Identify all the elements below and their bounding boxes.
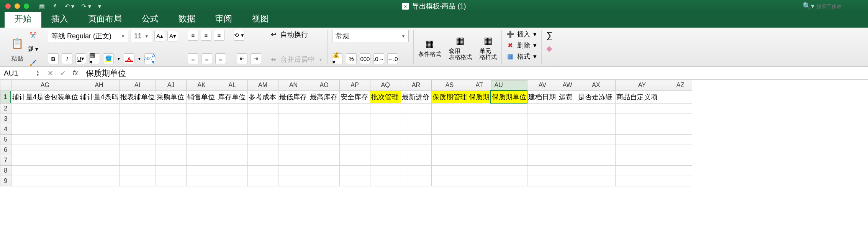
cell[interactable] (247, 145, 278, 155)
align-middle-icon[interactable]: ≡ (201, 30, 211, 41)
save-icon[interactable]: ▤ (39, 3, 45, 10)
row-header[interactable]: 8 (0, 165, 11, 176)
cell[interactable] (527, 103, 558, 114)
currency-icon[interactable]: 💰▾ (332, 53, 343, 64)
align-center-icon[interactable]: ≡ (201, 53, 212, 64)
spreadsheet-grid[interactable]: AGAHAIAJAKALAMANAOAPAQARASATAUAVAWAXAYAZ… (0, 80, 868, 186)
cell[interactable] (669, 134, 692, 145)
cell[interactable]: 安全库存 (339, 91, 370, 103)
cell[interactable] (558, 134, 577, 145)
cell[interactable] (186, 124, 217, 134)
orientation-icon[interactable]: ⟲ ▾ (234, 30, 244, 41)
namebox-down-icon[interactable]: ▼ (36, 73, 39, 77)
name-box[interactable]: AU1 ▲▼ (0, 67, 42, 79)
cell[interactable] (247, 114, 278, 124)
cell[interactable] (615, 134, 669, 145)
cell[interactable] (669, 103, 692, 114)
cell[interactable] (156, 134, 186, 145)
redo-icon[interactable]: ↷ ▾ (81, 3, 91, 10)
decrease-font-icon[interactable]: A▾ (167, 31, 178, 41)
cell[interactable] (431, 176, 468, 186)
cell[interactable] (156, 124, 186, 134)
cell[interactable] (615, 124, 669, 134)
phonetic-button[interactable]: abcA ▾ (144, 53, 155, 64)
cell[interactable] (309, 165, 339, 176)
merge-label[interactable]: 合并后居中 (280, 55, 315, 64)
font-name-select[interactable]: 等线 Regular (正文)▼ (48, 30, 128, 42)
border-button[interactable]: ▦ ▾ (89, 53, 100, 64)
cell[interactable] (79, 124, 119, 134)
cell[interactable] (11, 103, 79, 114)
cell[interactable] (186, 155, 217, 165)
cell[interactable] (339, 103, 370, 114)
cell[interactable] (247, 124, 278, 134)
row-header[interactable]: 1 (0, 91, 11, 103)
cell[interactable]: 销售单位 (186, 91, 217, 103)
cell[interactable] (156, 145, 186, 155)
cell[interactable] (11, 114, 79, 124)
cell[interactable] (370, 134, 401, 145)
cell[interactable] (156, 155, 186, 165)
column-header[interactable]: AI (119, 80, 156, 91)
cell[interactable] (278, 134, 309, 145)
cell[interactable] (119, 103, 156, 114)
cell[interactable] (278, 114, 309, 124)
cell[interactable] (339, 114, 370, 124)
cell[interactable]: 最新进价 (401, 91, 431, 103)
minimize-window-button[interactable] (15, 3, 20, 9)
cell[interactable] (468, 145, 491, 155)
cell[interactable] (156, 176, 186, 186)
column-header[interactable]: AR (401, 80, 431, 91)
column-header[interactable]: AQ (370, 80, 401, 91)
cell[interactable] (401, 114, 431, 124)
cell[interactable]: 参考成本 (247, 91, 278, 103)
cell[interactable] (79, 134, 119, 145)
cell[interactable] (669, 91, 692, 103)
cell[interactable] (431, 114, 468, 124)
percent-icon[interactable]: % (346, 53, 357, 64)
cell[interactable] (309, 176, 339, 186)
cell[interactable] (156, 114, 186, 124)
cell[interactable]: 报表辅单位 (119, 91, 156, 103)
increase-decimal-icon[interactable]: .0→ (373, 53, 384, 64)
cell[interactable] (401, 165, 431, 176)
align-top-icon[interactable]: ≡ (188, 30, 198, 41)
cell[interactable] (527, 176, 558, 186)
format-cells-button[interactable]: ▦格式 ▾ (506, 52, 537, 61)
cell[interactable] (577, 145, 615, 155)
cell[interactable] (431, 103, 468, 114)
cell[interactable] (11, 134, 79, 145)
column-header[interactable]: AH (79, 80, 119, 91)
cell[interactable] (401, 134, 431, 145)
column-header[interactable]: AL (217, 80, 247, 91)
number-format-select[interactable]: 常规▼ (332, 30, 409, 42)
cell[interactable]: 采购单位 (156, 91, 186, 103)
cell[interactable] (527, 165, 558, 176)
cell[interactable] (11, 145, 79, 155)
italic-button[interactable]: I (62, 53, 72, 64)
cell[interactable] (468, 124, 491, 134)
cell-style-button[interactable]: ▦单元 格样式 (480, 34, 497, 60)
cell[interactable] (370, 176, 401, 186)
align-left-icon[interactable]: ≡ (188, 53, 198, 64)
cell[interactable] (615, 114, 669, 124)
cell[interactable] (577, 155, 615, 165)
cell[interactable] (309, 134, 339, 145)
cell[interactable] (309, 145, 339, 155)
cell[interactable]: 最高库存 (309, 91, 339, 103)
cell[interactable] (491, 114, 527, 124)
cell[interactable] (309, 155, 339, 165)
cell[interactable] (370, 103, 401, 114)
cell[interactable] (558, 176, 577, 186)
wrap-text-icon[interactable]: ↩ (271, 30, 277, 39)
cell[interactable] (615, 145, 669, 155)
cell[interactable] (119, 114, 156, 124)
cell[interactable] (558, 103, 577, 114)
cell[interactable] (558, 155, 577, 165)
cell[interactable] (186, 134, 217, 145)
cell[interactable] (615, 155, 669, 165)
cell[interactable] (278, 103, 309, 114)
cell[interactable] (669, 145, 692, 155)
cell[interactable] (79, 114, 119, 124)
cell[interactable] (370, 165, 401, 176)
